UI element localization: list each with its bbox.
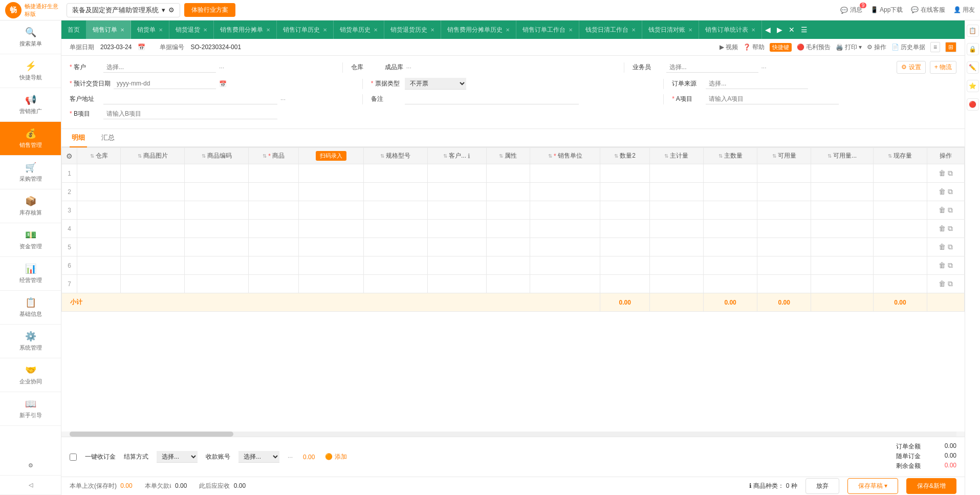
tab-home[interactable]: 首页 (61, 20, 86, 39)
app-download[interactable]: 📱 App下载 (870, 6, 903, 14)
cell-main-qty-2[interactable] (704, 183, 757, 201)
tab-stats[interactable]: 销售订单统计表 ✕ (699, 20, 762, 39)
copy-row-5-btn[interactable]: ⧉ (948, 243, 953, 251)
copy-row-6-btn[interactable]: ⧉ (948, 261, 953, 270)
tab-invoice-history[interactable]: 销货单历史 ✕ (334, 20, 384, 39)
cell-code-1[interactable] (185, 164, 249, 183)
cell-qty2-2[interactable] (600, 183, 649, 201)
operate-btn[interactable]: ⚙ 操作 (867, 43, 886, 52)
tab-daily-account[interactable]: 钱货日清对账 ✕ (642, 20, 699, 39)
tab-close-all-btn[interactable]: ✕ (786, 20, 798, 39)
sidebar-item-nav[interactable]: ⚡ 快捷导航 (0, 54, 61, 88)
rs-btn-1[interactable]: 📋 (967, 25, 979, 37)
tab-close-account[interactable]: ✕ (688, 27, 692, 33)
rs-btn-4[interactable]: ⭐ (967, 80, 979, 92)
calendar-icon-2[interactable]: 📅 (219, 80, 227, 88)
plan-button[interactable]: 体验行业方案 (184, 3, 235, 17)
settings-right-btn[interactable]: ⚙ 设置 (897, 61, 925, 74)
tab-close-workspace[interactable]: ✕ (569, 27, 573, 33)
view-btn[interactable]: ▶ 视频 (720, 43, 738, 52)
delete-row-6-btn[interactable]: 🗑 (939, 261, 946, 269)
detail-tab-detail[interactable]: 明细 (70, 129, 87, 147)
tab-return-history[interactable]: 销货退货历史 ✕ (384, 20, 441, 39)
delete-row-7-btn[interactable]: 🗑 (939, 279, 946, 288)
copy-row-4-btn[interactable]: ⧉ (948, 224, 953, 233)
tab-close-sales-order[interactable]: ✕ (120, 27, 124, 33)
address-input[interactable] (103, 94, 277, 104)
tab-close-fee-hist[interactable]: ✕ (506, 27, 510, 33)
tab-close-fee[interactable]: ✕ (266, 27, 270, 33)
tab-close-inv-hist[interactable]: ✕ (374, 27, 378, 33)
copy-row-1-btn[interactable]: ⧉ (948, 169, 953, 178)
rs-btn-2[interactable]: 🔒 (967, 43, 979, 55)
cell-code-2[interactable] (185, 183, 249, 201)
tab-menu-btn[interactable]: ☰ (798, 20, 811, 39)
sidebar-item-collab[interactable]: 🤝 企业协同 (0, 358, 61, 392)
add-material-btn[interactable]: + 物流 (930, 61, 956, 74)
staff-input[interactable] (666, 62, 758, 73)
cell-unit-2[interactable] (530, 183, 600, 201)
tab-sales-invoice[interactable]: 销货单 ✕ (131, 20, 169, 39)
cell-qty2-1[interactable] (600, 164, 649, 183)
copy-row-2-btn[interactable]: ⧉ (948, 187, 953, 196)
tab-close-stats[interactable]: ✕ (751, 27, 755, 33)
delete-row-3-btn[interactable]: 🗑 (939, 206, 946, 214)
tab-close-ret-hist[interactable]: ✕ (430, 27, 434, 33)
auto-checkout-checkbox[interactable] (70, 454, 77, 461)
detail-tab-summary[interactable]: 汇总 (99, 129, 117, 147)
cell-warehouse-2[interactable] (77, 183, 121, 201)
account-more-btn[interactable]: ··· (288, 454, 293, 461)
scroll-track[interactable] (70, 432, 956, 437)
tab-order-history[interactable]: 销售订单历史 ✕ (277, 20, 334, 39)
scroll-thumb[interactable] (70, 432, 233, 437)
save-draft-btn[interactable]: 保存草稿 ▾ (847, 478, 898, 494)
message-badge[interactable]: 💬 消息 9 (840, 6, 862, 14)
discard-btn[interactable]: 放弃 (805, 478, 839, 494)
delete-row-2-btn[interactable]: 🗑 (939, 187, 946, 196)
a-project-input[interactable] (706, 94, 839, 104)
online-service[interactable]: 💬 在线客服 (911, 6, 945, 14)
layout-btn2[interactable]: ⊞ (945, 42, 956, 52)
sidebar-item-sales[interactable]: 💰 销售管理 (0, 122, 61, 156)
sidebar-collapse[interactable]: ◁ (0, 476, 61, 495)
help-btn[interactable]: ❓ 帮助 (743, 43, 765, 52)
sidebar-settings[interactable]: ⚙ (0, 456, 61, 476)
copy-row-7-btn[interactable]: ⧉ (948, 279, 953, 288)
sidebar-item-guide[interactable]: 📖 新手引导 (0, 392, 61, 426)
sidebar-item-search[interactable]: 🔍 搜索菜单 (0, 20, 61, 54)
cell-warehouse-1[interactable] (77, 164, 121, 183)
customer-input[interactable] (103, 62, 216, 73)
tab-close-invoice[interactable]: ✕ (159, 27, 163, 33)
cell-unit-1[interactable] (530, 164, 600, 183)
remark-input[interactable] (405, 94, 579, 104)
cell-product-2[interactable] (249, 183, 299, 201)
payment-method-select[interactable]: 选择... (157, 451, 198, 463)
system-title[interactable]: 装备及固定资产辅助管理系统 ▾ ⚙ (67, 3, 180, 17)
sidebar-item-marketing[interactable]: 📢 营销推广 (0, 88, 61, 122)
layout-btn1[interactable]: ≡ (930, 42, 940, 52)
add-payment-btn[interactable]: 🟠 添加 (325, 453, 346, 461)
tab-daily-workspace[interactable]: 钱货日清工作台 ✕ (579, 20, 642, 39)
cell-main-qty-1[interactable] (704, 164, 757, 183)
delete-row-1-btn[interactable]: 🗑 (939, 169, 946, 177)
tab-prev-btn[interactable]: ◀ (762, 20, 774, 39)
tab-sales-order[interactable]: 销售订单 ✕ (86, 20, 131, 39)
rs-btn-3[interactable]: ✏️ (967, 61, 979, 74)
copy-row-3-btn[interactable]: ⧉ (948, 206, 953, 214)
warehouse-more-btn[interactable]: ··· (406, 64, 411, 71)
address-more-btn[interactable]: ··· (280, 96, 286, 103)
delete-row-4-btn[interactable]: 🗑 (939, 224, 946, 232)
tab-close-return[interactable]: ✕ (203, 27, 207, 33)
order-source-input[interactable] (706, 78, 808, 89)
tab-fee-split[interactable]: 销售费用分摊单 ✕ (214, 20, 277, 39)
delivery-input[interactable] (114, 78, 216, 89)
scan-btn[interactable]: 扫码录入 (316, 151, 346, 161)
th-setting[interactable]: ⚙ (62, 148, 77, 164)
tab-fee-history[interactable]: 销售费用分摊单历史 ✕ (441, 20, 516, 39)
staff-more-btn[interactable]: ··· (761, 64, 767, 71)
sidebar-item-system[interactable]: ⚙️ 系统管理 (0, 325, 61, 358)
cell-product-1[interactable] (249, 164, 299, 183)
print-btn[interactable]: 🖨️ 打印 ▾ (836, 43, 862, 52)
sidebar-item-basic[interactable]: 📋 基础信息 (0, 291, 61, 325)
sidebar-item-finance[interactable]: 💵 资金管理 (0, 223, 61, 257)
